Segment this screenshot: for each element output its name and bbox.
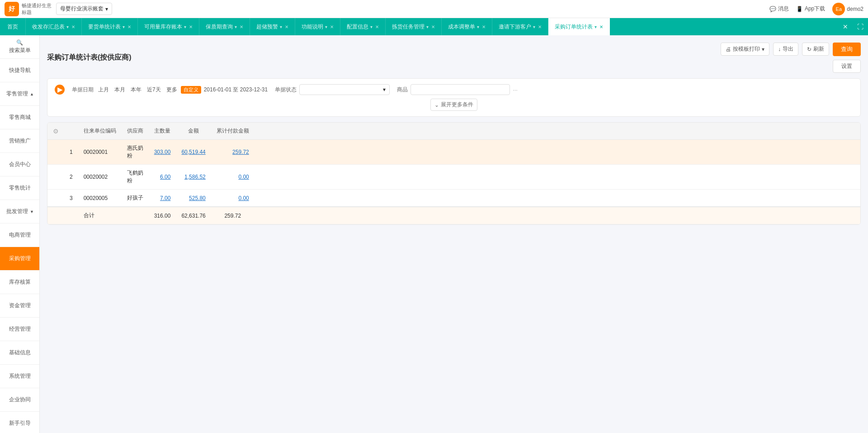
row-main-qty-cell[interactable]: 303.00 [149, 140, 176, 165]
tab-arrow: ▾ [594, 24, 597, 29]
shortcut-7days[interactable]: 近7天 [145, 85, 163, 95]
more-options-icon[interactable]: ··· [513, 86, 518, 93]
expand-conditions-btn[interactable]: ⌄ 展开更多条件 [430, 99, 477, 111]
close-icon[interactable]: ✕ [189, 24, 193, 29]
footer-settings-col [47, 207, 64, 224]
chevron-down-icon: ▾ [383, 86, 386, 93]
settings-button[interactable]: 设置 [833, 60, 861, 73]
sidebar-item-inventory[interactable]: 库存核算 [0, 271, 39, 294]
close-icon[interactable]: ✕ [375, 24, 379, 29]
maximize-btn[interactable]: ⛶ [853, 23, 868, 30]
custom-date-tag[interactable]: 自定义 [181, 86, 201, 94]
data-table: ⚙ 往来单位编码 供应商 主数量 金额 累计付款金额 1 00020001 [47, 123, 860, 224]
sidebar-item-retail-mall[interactable]: 零售商城 [0, 106, 39, 129]
sidebar-item-system[interactable]: 系统管理 [0, 365, 39, 388]
sidebar-item-finance[interactable]: 资金管理 [0, 294, 39, 318]
query-button[interactable]: 查询 [833, 43, 861, 56]
footer-cumulative-paid: 259.72 [211, 207, 255, 224]
sidebar-item-quick-nav[interactable]: 快捷导航 [0, 59, 39, 82]
sidebar-item-wholesale[interactable]: 批发管理 ▼ [0, 200, 39, 224]
table-container: ⚙ 往来单位编码 供应商 主数量 金额 累计付款金额 1 00020001 [47, 122, 861, 225]
sidebar-item-member[interactable]: 会员中心 [0, 153, 39, 176]
row-amount-cell[interactable]: 1,586.52 [176, 165, 211, 190]
print-button[interactable]: 🖨 按模板打印 ▾ [721, 43, 769, 56]
message-btn[interactable]: 💬 消息 [769, 5, 789, 13]
table-row[interactable]: 1 00020001 惠氏奶粉 303.00 60,519.44 259.72 [47, 140, 860, 165]
row-cumulative-paid-cell[interactable]: 0.00 [211, 190, 255, 207]
filter-row: ▶ 单据日期 上月 本月 本年 近7天 更多 自定义 2016-01-01 至 … [55, 84, 853, 95]
sidebar-item-enterprise[interactable]: 企业协同 [0, 388, 39, 412]
row-supplier-name-cell: 惠氏奶粉 [122, 140, 149, 165]
tab-overstock-warning[interactable]: 超储预警 ▾ ✕ [250, 18, 295, 35]
row-amount-cell[interactable]: 60,519.44 [176, 140, 211, 165]
goods-input[interactable] [410, 84, 510, 95]
close-icon[interactable]: ✕ [127, 24, 131, 29]
close-icon[interactable]: ✕ [599, 24, 603, 29]
close-icon[interactable]: ✕ [240, 24, 243, 29]
th-extra [255, 123, 860, 140]
user-area[interactable]: Ea demo2 [832, 3, 863, 15]
tab-order-summary[interactable]: 要货单统计表 ▾ ✕ [82, 18, 138, 35]
sidebar-item-basic-info[interactable]: 基础信息 [0, 341, 39, 365]
sidebar-item-retail-stats[interactable]: 零售统计 [0, 176, 39, 200]
shortcut-last-month[interactable]: 上月 [96, 85, 111, 95]
close-icon[interactable]: ✕ [71, 24, 75, 29]
row-amount-cell[interactable]: 525.80 [176, 190, 211, 207]
sidebar-item-new-guide[interactable]: 新手引导 [0, 412, 39, 433]
tab-invite-downstream[interactable]: 邀请下游客户 ▾ ✕ [492, 18, 548, 35]
refresh-button[interactable]: ↻ 刷新 [802, 43, 829, 56]
sidebar-item-operations[interactable]: 经营管理 [0, 318, 39, 341]
row-main-qty-cell[interactable]: 6.00 [149, 165, 176, 190]
row-supplier-code-cell: 00020005 [78, 190, 122, 207]
close-icon[interactable]: ✕ [538, 24, 542, 29]
close-icon[interactable]: ✕ [285, 24, 288, 29]
row-index-cell: 3 [64, 190, 78, 207]
tab-config-info[interactable]: 配置信息 ▾ ✕ [340, 18, 386, 35]
row-settings-cell [47, 190, 64, 207]
sidebar-item-retail[interactable]: 零售管理 ▲ [0, 82, 39, 106]
sidebar-item-ecommerce[interactable]: 电商管理 [0, 224, 39, 247]
shortcut-more[interactable]: 更多 [165, 85, 179, 95]
tab-available-inventory[interactable]: 可用量库存账本 ▾ ✕ [138, 18, 199, 35]
footer-extra-col [255, 207, 860, 224]
th-settings: ⚙ [47, 123, 64, 140]
row-cumulative-paid-cell[interactable]: 0.00 [211, 165, 255, 190]
tab-arrow: ▾ [325, 24, 327, 29]
table-row[interactable]: 3 00020005 好孩子 7.00 525.80 0.00 [47, 190, 860, 207]
tab-arrow: ▾ [370, 24, 373, 29]
row-main-qty-cell[interactable]: 7.00 [149, 190, 176, 207]
shortcut-this-month[interactable]: 本月 [113, 85, 127, 95]
workspace-selector[interactable]: 母婴行业演示账套 ▾ [56, 3, 112, 15]
export-button[interactable]: ↓ 导出 [773, 43, 798, 56]
message-icon: 💬 [769, 6, 776, 12]
settings-icon[interactable]: ⚙ [53, 128, 59, 135]
tab-function-desc[interactable]: 功能说明 ▾ ✕ [295, 18, 340, 35]
close-icon[interactable]: ✕ [482, 24, 486, 29]
sidebar-item-purchase[interactable]: 采购管理 [0, 247, 39, 271]
tab-picking-task[interactable]: 拣货任务管理 ▾ ✕ [386, 18, 442, 35]
tab-cost-adjust[interactable]: 成本调整单 ▾ ✕ [442, 18, 492, 35]
status-select[interactable]: ▾ [299, 84, 390, 95]
row-cumulative-paid-cell[interactable]: 259.72 [211, 140, 255, 165]
close-window-btn[interactable]: ✕ [838, 23, 853, 30]
chevron-up-icon: ▲ [30, 92, 34, 96]
footer-amount: 62,631.76 [176, 207, 211, 224]
filter-toggle-btn[interactable]: ▶ [55, 85, 65, 95]
main-layout: 🔍 搜索菜单 快捷导航 零售管理 ▲ 零售商城 营销推广 会员中心 零售统计 批… [0, 35, 868, 433]
close-icon[interactable]: ✕ [431, 24, 435, 29]
sidebar-item-marketing[interactable]: 营销推广 [0, 129, 39, 153]
close-icon[interactable]: ✕ [330, 24, 334, 29]
tab-purchase-summary[interactable]: 采购订单统计表 ▾ ✕ [548, 18, 610, 35]
th-cumulative-paid: 累计付款金额 [211, 123, 255, 140]
app-download-btn[interactable]: 📱 App下载 [796, 5, 825, 13]
sidebar-item-search[interactable]: 🔍 搜索菜单 [0, 35, 39, 59]
logo-area: 好 畅捷通好生意 标题 [5, 2, 52, 16]
tab-warranty-query[interactable]: 保质期查询 ▾ ✕ [199, 18, 250, 35]
tab-receive-summary[interactable]: 收发存汇总表 ▾ ✕ [26, 18, 82, 35]
tab-home[interactable]: 首页 [0, 18, 26, 35]
top-bar-left: 好 畅捷通好生意 标题 母婴行业演示账套 ▾ [5, 2, 112, 16]
th-supplier-code: 往来单位编码 [78, 123, 122, 140]
table-body: 1 00020001 惠氏奶粉 303.00 60,519.44 259.72 … [47, 140, 860, 207]
table-row[interactable]: 2 00020002 飞鹤奶粉 6.00 1,586.52 0.00 [47, 165, 860, 190]
shortcut-this-year[interactable]: 本年 [129, 85, 143, 95]
